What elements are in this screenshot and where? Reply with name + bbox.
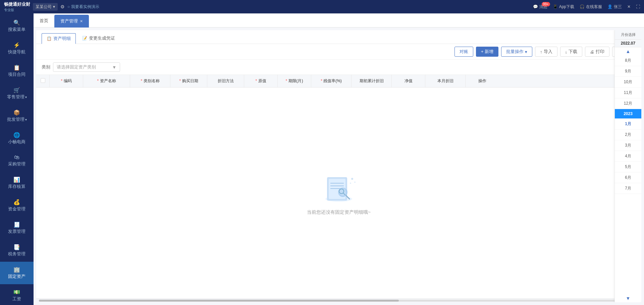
month-item-nov[interactable]: 11月 bbox=[615, 88, 641, 98]
page-content: 📋 资产明细 📝 变更生成凭证 对账 + 新增 批量操作 ▾ ↑ 导入 bbox=[36, 30, 641, 302]
print-button[interactable]: 🖨 打印 bbox=[585, 47, 609, 57]
top-bar-left: 畅捷通好业财 专业版 某某公司 ▾ ⚙ ○ 我要看实例演示 bbox=[4, 1, 99, 12]
month-item-aug[interactable]: 8月 bbox=[615, 55, 641, 66]
sidebar-item-purchase[interactable]: 🛍 采购管理 bbox=[0, 150, 34, 172]
asset-detail-icon: 📋 bbox=[47, 36, 52, 41]
sidebar-item-quick-nav[interactable]: ⚡ 快捷导航 bbox=[0, 37, 34, 60]
sidebar-item-project[interactable]: 📋 项目合同 bbox=[0, 60, 34, 82]
th-checkbox bbox=[36, 75, 50, 87]
sub-tab-change-voucher[interactable]: 📝 变更生成凭证 bbox=[77, 33, 120, 44]
month-down-arrow[interactable]: ▼ bbox=[626, 296, 631, 301]
month-nav-up[interactable]: ▲ bbox=[615, 47, 641, 55]
company-selector[interactable]: 某某公司 ▾ bbox=[33, 3, 58, 11]
scrollbar-track bbox=[39, 300, 639, 302]
close-window-button[interactable]: ✕ bbox=[627, 4, 631, 9]
sidebar-item-inventory[interactable]: 📊 库存核算 bbox=[0, 172, 34, 194]
ecommerce-icon: 🌐 bbox=[0, 132, 34, 138]
sidebar-item-tax[interactable]: 📑 税务管理 bbox=[0, 239, 34, 262]
add-button[interactable]: + 新增 bbox=[476, 47, 498, 57]
download-button[interactable]: ↓ 下载 bbox=[560, 47, 583, 57]
tax-icon: 📑 bbox=[0, 244, 34, 250]
month-item-apr[interactable]: 4月 bbox=[615, 151, 641, 162]
tab-asset-management[interactable]: 资产管理 ✕ bbox=[54, 15, 89, 28]
user-menu[interactable]: 👤 张三 bbox=[607, 4, 622, 10]
svg-point-12 bbox=[354, 182, 356, 183]
month-item-mar[interactable]: 3月 bbox=[615, 140, 641, 151]
sidebar-item-wholesale[interactable]: 📦 批发管理▾ bbox=[0, 105, 34, 127]
th-category: 类别名称 bbox=[130, 75, 170, 87]
month-item-oct[interactable]: 10月 bbox=[615, 77, 641, 88]
current-year-marker: 2023 bbox=[615, 109, 641, 119]
month-panel-title: 月份选择 bbox=[615, 30, 641, 40]
finance-icon: 💰 bbox=[0, 199, 34, 205]
dropdown-icon: ▾ bbox=[525, 49, 527, 54]
month-item-feb[interactable]: 2月 bbox=[615, 130, 641, 140]
th-name: 资产名称 bbox=[83, 75, 130, 87]
demo-link[interactable]: ○ 我要看实例演示 bbox=[67, 4, 99, 10]
sidebar-item-ecommerce[interactable]: 🌐 小畅电商 bbox=[0, 127, 34, 150]
month-panel: 月份选择 2022.07 ▲ 8月 9月 10月 11月 12月 2023 1月… bbox=[614, 30, 641, 302]
sub-tab-asset-detail[interactable]: 📋 资产明细 bbox=[42, 33, 76, 44]
filter-bar: 类别 请选择固定资产类别 ▼ bbox=[36, 60, 641, 75]
message-button[interactable]: 💬 消息 99+ bbox=[533, 4, 547, 10]
month-panel-year[interactable]: 2022.07 bbox=[615, 40, 641, 47]
sidebar-item-invoice[interactable]: 🧾 发票管理 bbox=[0, 217, 34, 239]
change-voucher-icon: 📝 bbox=[82, 36, 87, 41]
sidebar-item-retail[interactable]: 🛒 零售管理▾ bbox=[0, 82, 34, 105]
quick-nav-icon: ⚡ bbox=[0, 42, 34, 48]
sidebar-item-salary[interactable]: 💵 工资 bbox=[0, 284, 34, 305]
online-service-button[interactable]: 🎧 在线客服 bbox=[580, 4, 602, 10]
user-icon: 👤 bbox=[607, 4, 612, 9]
import-icon: ↑ bbox=[540, 49, 542, 54]
chevron-down-icon: ▾ bbox=[53, 4, 55, 9]
sidebar-item-search[interactable]: 🔍 搜索菜单 bbox=[0, 15, 34, 37]
top-bar-right: 💬 消息 99+ 📱 App下载 🎧 在线客服 👤 张三 ✕ ⛶ bbox=[533, 4, 640, 10]
project-icon: 📋 bbox=[0, 64, 34, 71]
th-monthly-depreciation: 本月折旧 bbox=[425, 75, 466, 87]
month-item-jul[interactable]: 7月 bbox=[615, 183, 641, 194]
th-code: 编码 bbox=[50, 75, 83, 87]
app-download-button[interactable]: 📱 App下载 bbox=[553, 4, 574, 10]
sidebar-item-fixed-assets[interactable]: 🏢 固定资产 bbox=[0, 262, 34, 284]
tab-close-icon[interactable]: ✕ bbox=[80, 19, 83, 23]
month-up-arrow[interactable]: ▲ bbox=[626, 49, 631, 54]
brand-logo: 畅捷通好业财 专业版 bbox=[4, 1, 30, 12]
wholesale-icon: 📦 bbox=[0, 109, 34, 116]
scrollbar-thumb[interactable] bbox=[39, 300, 399, 302]
th-accumulated-depreciation: 期初累计折旧 bbox=[352, 75, 392, 87]
salary-icon: 💵 bbox=[0, 289, 34, 295]
th-operations: 操作 bbox=[466, 75, 499, 87]
chevron-icon: ▾ bbox=[25, 95, 27, 99]
th-purchase-date: 购买日期 bbox=[170, 75, 207, 87]
month-item-jun[interactable]: 6月 bbox=[615, 172, 641, 183]
reconcile-button[interactable]: 对账 bbox=[454, 47, 473, 57]
th-depreciation-method: 折旧方法 bbox=[207, 75, 244, 87]
invoice-icon: 🧾 bbox=[0, 221, 34, 228]
month-item-sep[interactable]: 9月 bbox=[615, 66, 641, 77]
download-icon: ↓ bbox=[565, 49, 568, 54]
month-nav-down[interactable]: ▼ bbox=[615, 294, 641, 302]
svg-point-11 bbox=[351, 178, 353, 180]
category-filter[interactable]: 请选择固定资产类别 ▼ bbox=[53, 62, 120, 72]
filter-label: 类别 bbox=[42, 64, 50, 70]
settings-icon[interactable]: ⚙ bbox=[60, 4, 65, 9]
sidebar-item-finance[interactable]: 💰 资金管理 bbox=[0, 194, 34, 217]
month-item-dec[interactable]: 12月 bbox=[615, 98, 641, 109]
maximize-button[interactable]: ⛶ bbox=[636, 4, 640, 9]
empty-state: 当前您还没有固定资产明细哦~ bbox=[36, 88, 641, 298]
empty-text: 当前您还没有固定资产明细哦~ bbox=[307, 209, 371, 215]
th-residual-rate: 残值率(%) bbox=[311, 75, 352, 87]
month-item-jan[interactable]: 1月 bbox=[615, 119, 641, 130]
tab-home[interactable]: 首页 bbox=[34, 14, 54, 27]
batch-ops-button[interactable]: 批量操作 ▾ bbox=[501, 47, 532, 57]
select-all-checkbox[interactable] bbox=[41, 78, 45, 83]
empty-illustration bbox=[319, 170, 359, 204]
sidebar: 🔍 搜索菜单 ⚡ 快捷导航 📋 项目合同 🛒 零售管理▾ 📦 批发管理▾ 🌐 小… bbox=[0, 13, 34, 305]
month-item-may[interactable]: 5月 bbox=[615, 162, 641, 172]
th-original-value: 原值 bbox=[244, 75, 278, 87]
import-button[interactable]: ↑ 导入 bbox=[535, 47, 557, 57]
toolbar: 对账 + 新增 批量操作 ▾ ↑ 导入 ↓ 下载 🖨 打印 bbox=[36, 44, 641, 60]
th-net-value: 净值 bbox=[392, 75, 425, 87]
table-header: 编码 资产名称 类别名称 购买日期 折旧方法 原值 期限(月) 残值率(%) 期… bbox=[36, 75, 641, 88]
horizontal-scrollbar[interactable] bbox=[36, 298, 641, 302]
